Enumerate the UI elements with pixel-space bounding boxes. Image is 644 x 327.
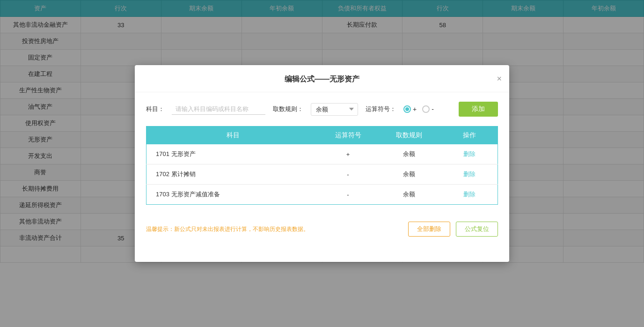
formula-action-cell: 删除 [442,185,498,205]
rule-select-wrapper: 余额 借方发生额 贷方发生额 期初余额 [311,103,358,116]
table-header-rule: 取数规则 [376,126,442,145]
formula-subject-cell: 1701 无形资产 [146,144,320,164]
delete-row-button[interactable]: 删除 [463,171,476,178]
formula-rule-cell: 余额 [376,144,442,164]
modal-dialog: 编辑公式——无形资产 × 科目： 取数规则： 余额 借方发生额 贷方发生额 期初… [135,65,509,262]
operator-plus-label: + [413,105,417,113]
operator-minus-label: - [432,105,434,113]
reset-formula-button[interactable]: 公式复位 [456,222,498,237]
formula-subject-cell: 1703 无形资产减值准备 [146,185,320,205]
operator-minus-radio[interactable]: - [422,105,434,113]
operator-plus-radio[interactable]: + [403,105,417,113]
table-header-subject: 科目 [146,126,320,145]
modal-body: 科目： 取数规则： 余额 借方发生额 贷方发生额 期初余额 运算符号： + [135,92,509,214]
modal-overlay: 编辑公式——无形资产 × 科目： 取数规则： 余额 借方发生额 贷方发生额 期初… [0,0,644,327]
subject-label: 科目： [146,105,164,113]
formula-subject-cell: 1702 累计摊销 [146,164,320,185]
formula-operator-cell: - [320,185,376,205]
footer-tip: 温馨提示：新公式只对未出报表进行计算，不影响历史报表数据。 [146,225,309,233]
operator-radio-group: + - [403,105,434,113]
formula-action-cell: 删除 [442,144,498,164]
formula-rule-cell: 余额 [376,185,442,205]
formula-table-row: 1701 无形资产+余额删除 [146,144,498,164]
modal-footer: 温馨提示：新公式只对未出报表进行计算，不影响历史报表数据。 全部删除 公式复位 [135,214,509,246]
operator-plus-radio-circle [403,105,411,113]
rule-label: 取数规则： [273,105,303,113]
delete-all-button[interactable]: 全部删除 [408,222,450,237]
delete-row-button[interactable]: 删除 [463,191,476,198]
formula-rule-cell: 余额 [376,164,442,185]
formula-operator-cell: - [320,164,376,185]
formula-table-row: 1703 无形资产减值准备-余额删除 [146,185,498,205]
add-button[interactable]: 添加 [459,102,498,117]
footer-buttons: 全部删除 公式复位 [408,222,498,237]
delete-row-button[interactable]: 删除 [463,150,476,157]
modal-header: 编辑公式——无形资产 × [135,65,509,92]
modal-title: 编辑公式——无形资产 [285,75,359,83]
formula-table: 科目 运算符号 取数规则 操作 1701 无形资产+余额删除1702 累计摊销-… [146,126,498,205]
operator-label: 运算符号： [366,105,396,113]
table-header-action: 操作 [442,126,498,145]
operator-minus-radio-circle [422,105,430,113]
subject-input[interactable] [172,104,265,115]
rule-select[interactable]: 余额 借方发生额 贷方发生额 期初余额 [311,103,358,116]
formula-form-row: 科目： 取数规则： 余额 借方发生额 贷方发生额 期初余额 运算符号： + [146,102,498,117]
formula-action-cell: 删除 [442,164,498,185]
modal-close-button[interactable]: × [497,74,502,83]
formula-table-row: 1702 累计摊销-余额删除 [146,164,498,185]
formula-operator-cell: + [320,144,376,164]
table-header-operator: 运算符号 [320,126,376,145]
